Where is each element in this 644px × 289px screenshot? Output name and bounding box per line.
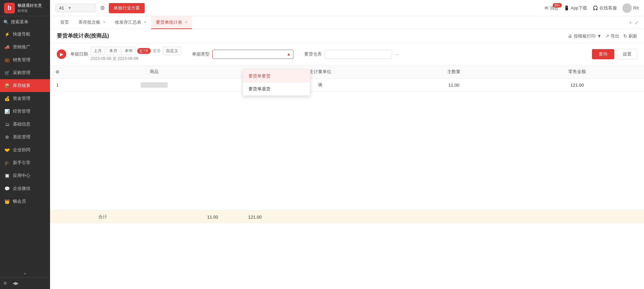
- user-avatar: [622, 3, 632, 13]
- collapse-btn[interactable]: ◀▶: [13, 281, 19, 286]
- export-icon: ↗: [605, 34, 609, 39]
- messages-btn[interactable]: ✉ 消息 99+: [545, 5, 558, 11]
- search-menu[interactable]: 🔍 搜索菜单: [0, 16, 50, 28]
- tab-order-stats[interactable]: 要货单统计表 ×: [151, 16, 192, 29]
- close-window-btn[interactable]: ×: [629, 20, 632, 25]
- print-icon: 🖨: [568, 34, 572, 39]
- scroll-down-indicator[interactable]: ▼: [23, 272, 27, 276]
- tab-order-stats-label: 要货单统计表: [156, 19, 182, 25]
- dropdown-option-tuihuo[interactable]: 要货单退货: [243, 83, 310, 95]
- collab-icon: 🤝: [4, 147, 10, 153]
- sidebar-item-wechat[interactable]: 💬 企业微信: [0, 182, 50, 195]
- company-selector[interactable]: 41 ▼: [55, 4, 96, 12]
- filter-expand-btn[interactable]: ▶: [57, 49, 66, 59]
- expand-icon: ▶: [60, 51, 64, 57]
- nav-label: 企业协同: [13, 147, 30, 153]
- query-btn[interactable]: 查询: [592, 49, 614, 59]
- filter-more-icon[interactable]: ···: [395, 51, 399, 57]
- nav-label: 系统管理: [13, 134, 30, 140]
- tab-batch-close[interactable]: ×: [103, 20, 105, 25]
- tab-bar: 首页 库存批次账 × 收发存汇总表 × 要货单统计表 × × ⤢: [50, 16, 644, 29]
- logo-icon: b: [4, 3, 15, 14]
- sales-icon: 💼: [4, 57, 10, 63]
- date-btn-last-month[interactable]: 上月: [91, 47, 105, 55]
- refresh-icon: ↻: [623, 34, 627, 39]
- sidebar-item-collab[interactable]: 🤝 企业协同: [0, 143, 50, 156]
- warehouse-filter-input[interactable]: [325, 50, 392, 59]
- sidebar-item-quick-nav[interactable]: ⚡ 快捷导航: [0, 28, 50, 41]
- nav-label: 营销推广: [13, 44, 30, 50]
- footer-total-label: 合计: [98, 214, 107, 219]
- page-area: 要货单统计表(按商品) 🖨 按模板打印 ▼ ↗ 导出 ↻ 刷新: [50, 29, 644, 289]
- sidebar-item-guide[interactable]: 🎓 新手引导: [0, 156, 50, 169]
- app-download-label: App下载: [571, 5, 587, 11]
- export-btn[interactable]: ↗ 导出: [605, 33, 619, 39]
- nav-label: 快捷导航: [13, 31, 30, 37]
- nav-label: 资金管理: [13, 95, 30, 102]
- industry-btn[interactable]: 体验行业方案: [109, 3, 145, 13]
- service-label: 在线客服: [599, 5, 617, 11]
- purchase-icon: 🛒: [4, 70, 10, 76]
- sidebar-item-finance[interactable]: 💰 资金管理: [0, 92, 50, 105]
- tab-batch-account[interactable]: 库存批次账 ×: [74, 16, 110, 29]
- sidebar-item-app-center[interactable]: 🔲 应用中心: [0, 169, 50, 182]
- logo-area: b 畅捷通好生意 标准版: [0, 0, 50, 16]
- tab-order-stats-close[interactable]: ×: [185, 20, 187, 25]
- sidebar-item-inventory[interactable]: 📦 库存核算: [0, 79, 50, 92]
- logo-sub: 标准版: [18, 8, 42, 13]
- warehouse-filter-group: 要货仓库 ···: [304, 50, 399, 59]
- nav-label: 企业微信: [13, 185, 30, 192]
- date-custom-btn[interactable]: 自定义: [163, 47, 181, 55]
- date-btn-this-year[interactable]: 本年: [122, 47, 136, 55]
- user-area[interactable]: Rit: [622, 3, 639, 13]
- dropdown-option-yaohuo[interactable]: 要货单要货: [243, 70, 310, 83]
- type-filter-input[interactable]: [212, 50, 293, 59]
- table-header-row: ⚙ 商品 主计量单位 主数量 零售金额: [50, 65, 644, 79]
- online-service-btn[interactable]: 🎧 在线客服: [593, 5, 617, 11]
- export-label: 导出: [611, 33, 619, 39]
- date-badge-7days[interactable]: 近7天: [137, 48, 151, 54]
- nav-menu: ⚡ 快捷导航 📣 营销推广 💼 销售管理 🛒 采购管理 📦 库存核算 💰 资金管…: [0, 28, 50, 270]
- cell-sales-amount: 121.00: [510, 79, 644, 92]
- tab-shipment-summary[interactable]: 收发存汇总表 ×: [110, 16, 151, 29]
- sidebar-item-base[interactable]: 🗂 基础信息: [0, 118, 50, 131]
- type-filter-label: 单据类型: [192, 51, 210, 57]
- date-btn-this-month[interactable]: 本月: [106, 47, 120, 55]
- page-header-actions: 🖨 按模板打印 ▼ ↗ 导出 ↻ 刷新: [568, 33, 637, 39]
- filter-settings-btn[interactable]: 设置: [617, 49, 637, 60]
- system-icon: ⚙: [4, 134, 10, 140]
- download-icon: 📱: [564, 5, 569, 10]
- selector-chevron-icon: ▼: [67, 5, 72, 10]
- table-spacer: [50, 92, 644, 210]
- table-area: ⚙ 商品 主计量单位 主数量 零售金额 1: [50, 65, 644, 92]
- app-download-btn[interactable]: 📱 App下载: [564, 5, 587, 11]
- tab-batch-account-label: 库存批次账: [78, 19, 100, 25]
- sidebar-item-sales[interactable]: 💼 销售管理: [0, 53, 50, 66]
- date-container: 上月 本月 本年 近7天 更多 自定义 2023-05-06 至 2023-06…: [91, 47, 181, 62]
- guide-icon: 🎓: [4, 160, 10, 166]
- expand-window-btn[interactable]: ⤢: [635, 20, 639, 25]
- sidebar-item-operations[interactable]: 📊 经营管理: [0, 105, 50, 118]
- nav-label: 基础信息: [13, 121, 30, 127]
- gear-icon[interactable]: ⚙: [100, 5, 105, 11]
- logo-name: 畅捷通好生意: [18, 3, 42, 8]
- date-more-badge[interactable]: 更多: [153, 48, 161, 54]
- sidebar-bottom: ⚙ ◀▶: [0, 277, 50, 289]
- print-dropdown-icon[interactable]: ▼: [597, 34, 601, 39]
- table-body: 1 块 11.00 121.00: [50, 79, 644, 92]
- refresh-btn[interactable]: ↻ 刷新: [623, 33, 637, 39]
- sidebar-item-purchase[interactable]: 🛒 采购管理: [0, 66, 50, 79]
- sidebar-item-vip[interactable]: 👑 畅会员: [0, 195, 50, 208]
- tab-shipment-close[interactable]: ×: [144, 20, 146, 25]
- sidebar-item-system[interactable]: ⚙ 系统管理: [0, 131, 50, 143]
- table-footer: 合计 11.00 121.00: [50, 210, 644, 223]
- vip-icon: 👑: [4, 198, 10, 204]
- print-btn[interactable]: 🖨 按模板打印 ▼: [568, 33, 601, 39]
- tab-home[interactable]: 首页: [55, 16, 74, 29]
- tab-home-label: 首页: [60, 19, 69, 25]
- sidebar-item-marketing[interactable]: 📣 营销推广: [0, 41, 50, 53]
- date-filter-label: 单据日期: [70, 51, 88, 57]
- settings-bottom-btn[interactable]: ⚙: [3, 281, 7, 286]
- print-label: 按模板打印: [574, 33, 596, 39]
- th-settings[interactable]: ⚙: [50, 65, 65, 79]
